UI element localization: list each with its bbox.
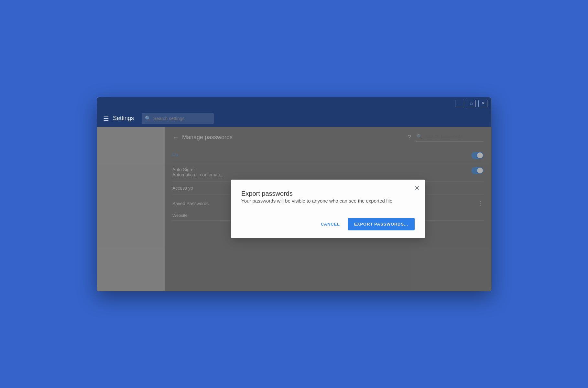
settings-header: ☰ Settings 🔍 [97,110,491,127]
dialog-backdrop: Export passwords ✕ Your passwords will b… [165,127,491,291]
export-passwords-button[interactable]: EXPORT PASSWORDS... [348,218,415,230]
desktop: — □ ✕ ☰ Settings 🔍 [0,0,588,388]
settings-search-area: 🔍 [142,113,485,124]
sidebar [97,127,165,291]
minimize-button[interactable]: — [455,100,464,107]
maximize-button[interactable]: □ [467,100,476,107]
title-bar: — □ ✕ [97,97,491,110]
window-controls: — □ ✕ [455,100,487,107]
cancel-button[interactable]: CANCEL [316,218,345,230]
dialog-title: Export passwords [241,190,293,197]
dialog-close-button[interactable]: ✕ [414,185,420,191]
dialog-actions: CANCEL EXPORT PASSWORDS... [241,218,415,230]
settings-search-input[interactable] [142,113,214,124]
browser-window: — □ ✕ ☰ Settings 🔍 [97,97,491,291]
settings-title: Settings [113,115,134,122]
dialog-body: Your passwords will be visible to anyone… [241,197,415,205]
main-content: ← Manage passwords ? 🔍 On [97,127,491,291]
content-area: ← Manage passwords ? 🔍 On [165,127,491,291]
menu-icon[interactable]: ☰ [103,115,109,122]
export-passwords-dialog: Export passwords ✕ Your passwords will b… [231,180,425,238]
close-window-button[interactable]: ✕ [478,100,487,107]
